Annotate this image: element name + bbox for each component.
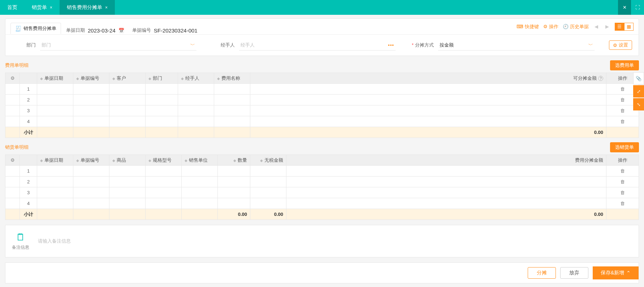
- tab-sales-order[interactable]: 销货单×: [25, 0, 60, 15]
- docno-label: 单据编号: [132, 27, 151, 34]
- help-icon[interactable]: ?: [598, 76, 603, 81]
- side-toolbar: 📎 ⤢ ⤡: [633, 72, 644, 111]
- subtotal-row: 小计0.00: [5, 127, 639, 138]
- sales-detail-title: 销货单明细: [5, 144, 29, 151]
- table-row: 3🗑: [5, 105, 639, 116]
- dept-label: 部门: [12, 42, 40, 48]
- date-value[interactable]: 2023-03-24: [88, 27, 116, 34]
- chevron-down-icon: ﹀: [190, 42, 195, 48]
- chevron-up-icon: ⌃: [626, 270, 631, 276]
- table-row: 4🗑: [5, 198, 639, 209]
- gear-icon: ⚙: [613, 43, 617, 48]
- remarks-card: 🗒 备注信息 请输入备注信息: [5, 225, 639, 257]
- table-row: 2🗑: [5, 177, 639, 187]
- fee-detail-table: ⚙ ◆单据日期 ◆单据编号 ◆客户 ◆部门 ◆经手人 ◆费用名称 可分摊金额? …: [5, 73, 639, 138]
- close-icon[interactable]: ×: [50, 5, 52, 10]
- delete-icon[interactable]: 🗑: [620, 201, 625, 206]
- select-fee-order-button[interactable]: 选费用单: [610, 60, 639, 70]
- document-type-label: 销售费用分摊单: [23, 25, 56, 32]
- top-tabbar: 首页 销货单× 销售费用分摊单× ✕ ⛶: [0, 0, 644, 15]
- delete-icon[interactable]: 🗑: [620, 119, 625, 124]
- document-icon: 🧾: [15, 26, 21, 31]
- remarks-label: 备注信息: [12, 244, 29, 251]
- table-row: 2🗑: [5, 95, 639, 105]
- expand2-icon[interactable]: ⤡: [633, 98, 644, 110]
- discard-button[interactable]: 放弃: [560, 267, 588, 279]
- fullscreen-icon[interactable]: ⛶: [631, 0, 644, 15]
- docno-value: SF-20230324-001: [154, 27, 198, 34]
- delete-icon[interactable]: 🗑: [620, 168, 625, 174]
- next-doc-button[interactable]: ▶: [604, 24, 610, 29]
- remarks-input[interactable]: 请输入备注信息: [38, 238, 632, 244]
- handler-label: 经手人: [211, 42, 239, 48]
- handler-select[interactable]: 经手人 •••: [239, 40, 396, 51]
- sales-detail-table: ⚙ ◆单据日期 ◆单据编号 ◆商品 ◆规格型号 ◆销售单位 ◆数量 ◆无税金额 …: [5, 155, 639, 220]
- view-grid-button[interactable]: ▦: [624, 23, 634, 31]
- operations-button[interactable]: ⚙操作: [543, 23, 558, 30]
- table-settings-icon[interactable]: ⚙: [5, 73, 20, 84]
- delete-icon[interactable]: 🗑: [620, 86, 625, 92]
- table-row: 4🗑: [5, 116, 639, 127]
- select-sales-order-button[interactable]: 选销货单: [610, 142, 639, 152]
- prev-doc-button[interactable]: ◀: [593, 24, 600, 29]
- delete-icon[interactable]: 🗑: [620, 108, 625, 113]
- settings-button[interactable]: ⚙设置: [609, 40, 632, 50]
- close-icon[interactable]: ×: [105, 5, 108, 10]
- tab-sales-fee-alloc[interactable]: 销售费用分摊单×: [60, 0, 115, 15]
- delete-icon[interactable]: 🗑: [620, 179, 625, 184]
- date-label: 单据日期: [66, 27, 85, 34]
- allocate-button[interactable]: 分摊: [528, 267, 556, 279]
- expand-icon[interactable]: ⤢: [633, 85, 644, 97]
- dept-select[interactable]: 部门 ﹀: [40, 40, 196, 51]
- window-close-button[interactable]: ✕: [618, 0, 631, 15]
- keyboard-icon: ⌨: [517, 24, 523, 29]
- calendar-icon[interactable]: 📅: [118, 28, 124, 33]
- delete-icon[interactable]: 🗑: [620, 190, 625, 195]
- shortcut-button[interactable]: ⌨快捷键: [517, 23, 539, 30]
- subtotal-row: 小计0.000.000.00: [5, 209, 639, 220]
- gear-icon: ⚙: [543, 24, 548, 29]
- method-select[interactable]: 按金额 ﹀: [438, 40, 595, 51]
- more-icon: •••: [388, 42, 394, 48]
- tab-home[interactable]: 首页: [0, 0, 25, 15]
- view-list-button[interactable]: ☰: [615, 23, 624, 31]
- document-card: 🧾 销售费用分摊单 单据日期 2023-03-24 📅 单据编号 SF-2023…: [5, 18, 639, 56]
- method-label: *分摊方式: [410, 42, 438, 48]
- fee-detail-title: 费用单明细: [5, 62, 29, 69]
- table-row: 1🗑: [5, 84, 639, 95]
- chevron-down-icon: ﹀: [588, 42, 593, 48]
- table-settings-icon[interactable]: ⚙: [5, 155, 20, 166]
- table-row: 1🗑: [5, 166, 639, 177]
- save-new-button[interactable]: 保存&新增⌃: [593, 266, 639, 279]
- footer-actions: 分摊 放弃 保存&新增⌃: [5, 262, 639, 283]
- table-row: 3🗑: [5, 187, 639, 198]
- history-button[interactable]: 🕘历史单据: [563, 23, 589, 30]
- delete-icon[interactable]: 🗑: [620, 97, 625, 103]
- clock-icon: 🕘: [563, 24, 569, 29]
- note-icon: 🗒: [12, 232, 29, 243]
- document-type-tab[interactable]: 🧾 销售费用分摊单: [10, 23, 61, 34]
- attachment-icon[interactable]: 📎: [633, 72, 644, 84]
